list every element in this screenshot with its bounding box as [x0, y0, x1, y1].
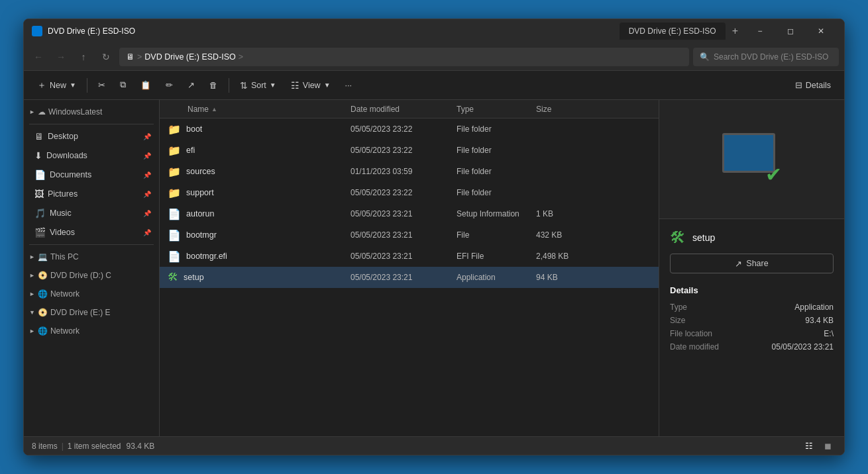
sidebar-divider-1 — [29, 124, 154, 124]
sort-button[interactable]: ⇅ Sort ▼ — [233, 75, 283, 96]
chevron-icon-2: ► — [29, 254, 35, 260]
table-row[interactable]: 🛠 setup 05/05/2023 23:21 Application 94 … — [160, 267, 659, 288]
sidebar-group-network1[interactable]: ► 🌐 Network — [24, 285, 159, 303]
dvd-d-icon: 📀 — [38, 271, 48, 280]
share-button[interactable]: ↗ — [181, 75, 201, 96]
sort-arrow-icon: ▲ — [211, 106, 217, 113]
new-button[interactable]: ＋ New ▼ — [30, 75, 83, 96]
table-row[interactable]: 📄 bootmgr.efi 05/05/2023 23:21 EFI File … — [160, 246, 659, 267]
view-chevron-icon: ▼ — [324, 81, 331, 89]
up-button[interactable]: ↑ — [74, 48, 93, 66]
folder-icon: 📁 — [168, 166, 181, 178]
table-row[interactable]: 📁 support 05/05/2023 23:22 File folder — [160, 182, 659, 203]
sidebar-group-dvd-e[interactable]: ▼ 📀 DVD Drive (E:) E — [24, 303, 159, 322]
sidebar-group-dvd-d[interactable]: ► 📀 DVD Drive (D:) C — [24, 266, 159, 285]
size-key: Size — [670, 316, 730, 325]
toolbar-separator-1 — [87, 78, 87, 93]
table-row[interactable]: 📄 bootmgr 05/05/2023 23:21 File 432 KB — [160, 224, 659, 246]
file-type: Setup Information — [451, 209, 531, 218]
sidebar-item-videos[interactable]: 🎬 Videos 📌 — [27, 223, 156, 242]
table-row[interactable]: 📄 autorun 05/05/2023 23:21 Setup Informa… — [160, 203, 659, 224]
sidebar-this-pc-label: This PC — [50, 252, 79, 261]
folder-icon: 📁 — [168, 144, 181, 157]
sort-chevron-icon: ▼ — [270, 81, 276, 89]
details-toggle-button[interactable]: ⊟ Details — [788, 75, 838, 96]
pictures-icon: 🖼 — [34, 189, 44, 199]
search-placeholder: Search DVD Drive (E:) ESD-ISO — [714, 52, 828, 62]
details-pane-icon: ⊟ — [795, 80, 802, 90]
refresh-button[interactable]: ↻ — [97, 48, 115, 66]
col-header-name[interactable]: Name ▲ — [160, 105, 345, 114]
more-button[interactable]: ··· — [339, 75, 358, 96]
details-share-icon: ↗ — [735, 259, 742, 269]
table-row[interactable]: 📁 sources 01/11/2023 03:59 File folder — [160, 161, 659, 182]
copy-button[interactable]: ⧉ — [113, 75, 133, 96]
grid-view-button[interactable]: ◼ — [819, 439, 836, 453]
paste-button[interactable]: 📋 — [134, 75, 158, 96]
sidebar-item-downloads[interactable]: ⬇ Downloads 📌 — [27, 146, 156, 165]
breadcrumb-path: DVD Drive (E:) ESD-ISO — [144, 52, 236, 62]
pin-icon-6: 📌 — [143, 229, 151, 236]
file-name: efi — [186, 146, 195, 155]
col-header-date[interactable]: Date modified — [345, 105, 451, 114]
file-date: 05/05/2023 23:21 — [345, 252, 451, 261]
sidebar-item-desktop[interactable]: 🖥 Desktop 📌 — [27, 127, 156, 146]
file-date: 01/11/2023 03:59 — [345, 167, 451, 176]
sidebar-windowslatest-label: WindowsLatest — [48, 107, 102, 117]
breadcrumb[interactable]: 🖥 > DVD Drive (E:) ESD-ISO > — [119, 48, 689, 66]
file-date: 05/05/2023 23:22 — [345, 124, 451, 134]
table-row[interactable]: 📁 boot 05/05/2023 23:22 File folder — [160, 118, 659, 140]
window-icon — [32, 26, 42, 36]
rename-icon: ✏ — [166, 80, 173, 90]
sidebar-divider-2 — [29, 244, 154, 245]
delete-button[interactable]: 🗑 — [203, 75, 225, 96]
sidebar-group-network2[interactable]: ► 🌐 Network — [24, 322, 159, 340]
close-button[interactable]: ✕ — [806, 19, 836, 43]
back-button[interactable]: ← — [29, 48, 48, 66]
file-type: EFI File — [451, 252, 531, 261]
view-label: View — [303, 81, 321, 90]
title-bar: DVD Drive (E:) ESD-ISO DVD Drive (E:) ES… — [24, 19, 844, 43]
list-view-button[interactable]: ☷ — [800, 439, 818, 453]
more-icon: ··· — [345, 81, 352, 90]
rename-button[interactable]: ✏ — [159, 75, 180, 96]
forward-button[interactable]: → — [52, 48, 70, 66]
sidebar-group-windowslatest[interactable]: ► ☁ WindowsLatest — [24, 103, 159, 121]
preview-check-icon: ✔ — [765, 163, 782, 186]
file-icon: 📄 — [168, 208, 181, 220]
maximize-button[interactable]: ◻ — [775, 19, 806, 43]
share-toolbar-icon: ↗ — [188, 80, 195, 90]
view-button[interactable]: ☷ View ▼ — [284, 75, 337, 96]
sort-icon: ⇅ — [240, 80, 248, 91]
sidebar-music-label: Music — [50, 209, 139, 218]
sidebar-item-pictures[interactable]: 🖼 Pictures 📌 — [27, 185, 156, 203]
file-type: File folder — [451, 146, 531, 155]
sidebar: ► ☁ WindowsLatest 🖥 Desktop 📌 ⬇ Download… — [24, 100, 160, 436]
file-icon: 📄 — [168, 250, 181, 263]
search-box[interactable]: 🔍 Search DVD Drive (E:) ESD-ISO — [693, 48, 839, 66]
sidebar-group-this-pc[interactable]: ► 💻 This PC — [24, 248, 159, 266]
main-content: ► ☁ WindowsLatest 🖥 Desktop 📌 ⬇ Download… — [24, 100, 844, 436]
toolbar: ＋ New ▼ ✂ ⧉ 📋 ✏ ↗ 🗑 ⇅ Sort ▼ ☷ — [24, 71, 844, 100]
sidebar-item-documents[interactable]: 📄 Documents 📌 — [27, 166, 156, 184]
tab-active[interactable]: DVD Drive (E:) ESD-ISO — [620, 23, 726, 40]
sidebar-downloads-label: Downloads — [46, 151, 139, 160]
file-type: File folder — [451, 188, 531, 197]
minimize-button[interactable]: − — [745, 19, 775, 43]
sidebar-item-music[interactable]: 🎵 Music 📌 — [27, 204, 156, 222]
downloads-icon: ⬇ — [34, 150, 42, 161]
search-icon: 🔍 — [700, 52, 710, 62]
pin-icon-4: 📌 — [143, 191, 151, 198]
file-name: boot — [186, 124, 202, 134]
details-share-button[interactable]: ↗ Share — [670, 254, 834, 273]
new-tab-button[interactable]: + — [726, 25, 745, 37]
pin-icon: 📌 — [143, 133, 151, 140]
table-row[interactable]: 📁 efi 05/05/2023 23:22 File folder — [160, 140, 659, 161]
date-key: Date modified — [670, 342, 730, 352]
file-name: bootmgr — [186, 230, 217, 240]
col-header-type[interactable]: Type — [451, 105, 531, 114]
file-name: autorun — [186, 209, 214, 218]
col-header-size[interactable]: Size — [531, 105, 590, 114]
chevron-icon-3: ► — [29, 272, 35, 279]
cut-button[interactable]: ✂ — [91, 75, 112, 96]
